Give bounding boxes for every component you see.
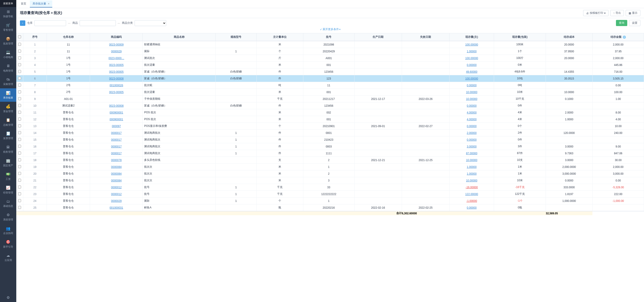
goods-code-link[interactable]: 0023-00005 [90,62,143,68]
row-checkbox[interactable] [18,118,21,120]
sidebar-item-fixed-asset[interactable]: 🏢 固定资产 [0,156,16,170]
goods-code-link[interactable]: 0000017 [90,150,143,157]
row-checkbox[interactable] [18,77,21,80]
sidebar-item-ops[interactable]: 📈 经营管理 [0,183,16,197]
goods-code-link[interactable]: 000097 [90,123,143,130]
qty-main-link[interactable]: 1.00000 [450,170,494,177]
goods-code-link[interactable]: 0023-00008 [90,75,143,82]
qty-main-link[interactable]: 1.00000 [450,164,494,170]
qty-main-link[interactable]: 87.00000 [450,150,494,157]
tab-home[interactable]: 首页 [18,1,29,8]
goods-code-link[interactable]: 0000029 [90,198,143,204]
sidebar-item-purchase[interactable]: 🛍 采购管理 [0,75,16,88]
qty-main-link[interactable]: -16.00000 [450,184,494,191]
row-checkbox[interactable] [18,70,21,73]
row-checkbox[interactable] [18,84,21,87]
row-checkbox[interactable] [18,186,21,189]
warehouse-filter-more[interactable]: ··· [68,21,70,25]
total-cost-info-icon[interactable]: i [623,36,626,39]
goods-code-link[interactable]: 0000017 [90,143,143,150]
goods-code-link[interactable]: 0000029 [90,48,143,55]
qty-main-link[interactable]: 100.00000 [450,41,494,48]
qty-main-link[interactable]: 0.00000 [450,136,494,143]
goods-code-link[interactable]: 0000017 [90,130,143,136]
goods-code-link[interactable]: 0023-0000… [90,55,143,62]
qty-main-link[interactable]: 4.00000 [450,116,494,123]
sidebar-item-retail[interactable]: 🛒 零售管理 [0,21,16,34]
qty-main-link[interactable]: 100.00000 [450,55,494,62]
sidebar-item-invoice[interactable]: 🧾 发票管理 [0,129,16,142]
sidebar-item-sys[interactable]: ⚙ 系统管理 [0,210,16,224]
goods-code-link[interactable]: 001000026 [90,82,143,89]
row-checkbox[interactable] [18,199,21,202]
row-checkbox[interactable] [18,50,21,53]
row-checkbox[interactable] [18,43,21,46]
qty-main-link[interactable]: 2.00000 [450,130,494,136]
goods-code-link[interactable]: 001000031 [90,204,143,211]
goods-category-select[interactable] [134,20,166,26]
tab-inventory-batch[interactable]: 库存批次量 ✕ [30,1,52,8]
display-button[interactable]: ▦ 显示 [626,10,640,16]
print-button[interactable]: 🖨 按模板打印 ▾ [583,10,608,16]
sidebar-item-collab[interactable]: 👥 企业协同 [0,224,16,237]
qty-main-link[interactable]: 4.00000 [450,109,494,116]
sidebar-item-guide[interactable]: 🎯 新手引导 [0,237,16,251]
row-checkbox[interactable] [18,179,21,182]
qty-main-link[interactable]: 0.00000 [450,62,494,68]
row-checkbox[interactable] [18,111,21,114]
goods-code-link[interactable]: 000900001 [90,116,143,123]
sidebar-item-asset[interactable]: 💰 资金管理 [0,102,16,115]
goods-code-link[interactable]: 000900001 [90,109,143,116]
qty-main-link[interactable]: 0.00000 [450,102,494,109]
select-all-checkbox[interactable] [18,35,21,38]
goods-code-link[interactable]: 0023-00005 [90,68,143,75]
qty-main-link[interactable]: 10.00000 [450,96,494,102]
goods-code-link[interactable]: 0000084 [90,177,143,184]
settings-bottom[interactable]: ⚙ [0,293,16,302]
sidebar-item-mini-ecom[interactable]: 💻 小胡电商 [0,48,16,61]
qty-main-link[interactable]: -1.00000 [450,198,494,204]
goods-code-link[interactable]: 0000084 [90,170,143,177]
qty-main-link[interactable]: 0.00000 [450,204,494,211]
goods-code-link[interactable]: 0000084 [90,164,143,170]
sidebar-item-inventory[interactable]: 📊 库存核算 [0,88,16,102]
setting-button[interactable]: 设置 [629,20,640,26]
search-button[interactable]: 查询 [616,20,627,26]
row-checkbox[interactable] [18,104,21,107]
goods-code-link[interactable]: 0023-00005 [90,89,143,96]
goods-filter-more[interactable]: ··· [118,21,120,25]
filter-expand-row[interactable]: ✓ 展开更多条件 ▾ [320,27,340,31]
sidebar-item-wholesale[interactable]: 📦 批发管理 [0,34,16,48]
row-checkbox[interactable] [18,56,21,59]
row-checkbox[interactable] [18,172,21,175]
qty-main-link[interactable]: 3.00000 [450,143,494,150]
row-checkbox[interactable] [18,152,21,155]
sidebar-item-payroll[interactable]: 💵 工资 [0,170,16,183]
qty-main-link[interactable]: 1.00000 [450,48,494,55]
row-checkbox[interactable] [18,192,21,195]
qty-main-link[interactable]: 49.60000 [450,68,494,75]
row-checkbox[interactable] [18,145,21,148]
row-checkbox[interactable] [18,63,21,66]
goods-code-link[interactable]: 0000012 [90,184,143,191]
sidebar-item-quick-nav[interactable]: ⊞ 快捷导航 [0,7,16,21]
row-checkbox[interactable] [18,131,21,134]
goods-code-link[interactable]: 0023-00009 [90,41,143,48]
tab-close-icon[interactable]: ✕ [48,3,50,5]
goods-code-link[interactable]: 0023-00008 [90,102,143,109]
goods-filter-input[interactable] [80,20,116,26]
sidebar-item-cloud[interactable]: ☁ 云应用 [0,251,16,264]
goods-code-link[interactable]: 0000012 [90,191,143,198]
sidebar-item-basic-info[interactable]: 🗂 基础信息 [0,197,16,210]
row-checkbox[interactable] [18,165,21,168]
sidebar-logo[interactable]: 搜索菜单 [0,0,16,7]
warehouse-filter-input[interactable] [34,20,66,26]
row-checkbox[interactable] [18,97,21,100]
qty-main-link[interactable]: 122.00000 [450,191,494,198]
qty-main-link[interactable]: 10.00000 [450,89,494,96]
qty-main-link[interactable]: 10.00000 [450,177,494,184]
qty-main-link[interactable]: 0.00000 [450,82,494,89]
row-checkbox[interactable] [18,90,21,93]
row-checkbox[interactable] [18,138,21,141]
qty-main-link[interactable]: 100.00000 [450,75,494,82]
